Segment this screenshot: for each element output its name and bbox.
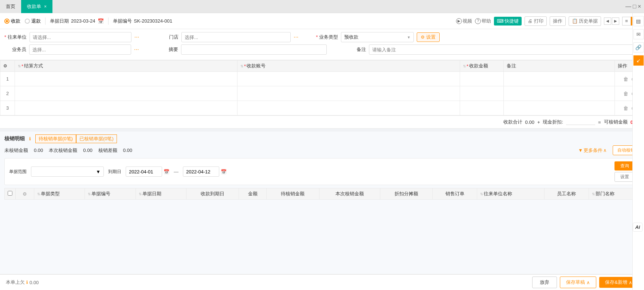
table-section: ⚙ ⇅ * 结算方式 ⇅ * 收款账号 xyxy=(0,60,644,115)
tab-home[interactable]: 首页 xyxy=(0,0,21,13)
select-all-checkbox[interactable] xyxy=(8,191,12,196)
filter-btn[interactable]: ▼ 更多条件 ∧ xyxy=(578,147,607,154)
section-divider xyxy=(0,129,644,132)
store-input[interactable] xyxy=(181,32,291,42)
query-range-label: 单据范围 xyxy=(9,169,27,175)
prev-arrow[interactable]: ◀ xyxy=(604,17,611,25)
equals-sign: = xyxy=(598,119,601,125)
tab-close-icon[interactable]: × xyxy=(44,4,47,9)
counterpart-more-icon[interactable]: ··· xyxy=(134,34,139,40)
th-amount: 金额 xyxy=(239,188,267,200)
help-icon: ? xyxy=(475,18,481,24)
cell-remark-3[interactable] xyxy=(503,101,614,115)
cell-account-2[interactable] xyxy=(237,86,460,101)
query-button[interactable]: 查询 xyxy=(614,161,635,171)
delete-row-1-button[interactable]: 🗑 xyxy=(623,75,629,83)
doc-date-label: 单据日期 xyxy=(50,18,69,24)
bottom-info-icon[interactable]: ℹ xyxy=(26,280,28,285)
th-account: ⇅ * 收款账号 xyxy=(237,60,460,72)
cell-settlement-3[interactable] xyxy=(15,101,237,115)
print-button[interactable]: 🖨 打印 xyxy=(525,16,546,26)
tab-shoukuan[interactable]: 收款单 × xyxy=(21,0,52,13)
sort-icon: ⇅ xyxy=(18,64,21,68)
cell-remark-1[interactable] xyxy=(503,72,614,86)
th-gear[interactable]: ⚙ xyxy=(16,188,34,200)
total-label: 收款合计 xyxy=(503,119,522,125)
th-remark: 备注 xyxy=(503,60,614,72)
gear-icon2: ⚙ xyxy=(23,191,27,197)
maximize-button[interactable]: □ xyxy=(633,3,636,10)
save-new-arrow-icon: ∧ xyxy=(629,280,632,285)
sidebar-link-icon[interactable]: 🔗 xyxy=(633,42,644,52)
delete-row-3-button[interactable]: 🗑 xyxy=(623,105,629,112)
radio-tuikuan[interactable]: 退款 xyxy=(25,18,41,24)
remark-input[interactable] xyxy=(369,44,640,55)
diff-value: 0.00 xyxy=(123,148,132,153)
verify-settings-button[interactable]: 设置 xyxy=(614,172,635,182)
help-link[interactable]: ? 帮助 xyxy=(475,18,491,24)
tab-pending[interactable]: 待核销单据(0笔) xyxy=(35,134,76,143)
cell-account-3[interactable] xyxy=(237,101,460,115)
verify-info-icon[interactable]: ℹ xyxy=(29,136,31,141)
bottom-value: 0.00 xyxy=(30,280,39,285)
cell-settlement-1[interactable] xyxy=(15,72,237,86)
date-from-cal-icon[interactable]: 📅 xyxy=(164,169,169,175)
list-view-btn[interactable]: ≡ xyxy=(622,17,631,26)
form-row-1: * 往来单位 ··· 门店 ··· * 业务类型 预收款 ▼ ⚙ 设置 xyxy=(4,32,640,42)
filter-icon: ▼ xyxy=(578,148,583,153)
radio-shoukuan-dot xyxy=(4,19,9,24)
staff-input[interactable] xyxy=(29,44,131,55)
date-from-input[interactable] xyxy=(126,166,162,177)
cell-settlement-2[interactable] xyxy=(15,86,237,101)
shortcut-button[interactable]: ⌨ 快捷键 xyxy=(494,17,522,26)
cell-amount-2[interactable] xyxy=(460,86,503,101)
abandon-button[interactable]: 放弃 xyxy=(532,277,557,288)
settings-button[interactable]: ⚙ 设置 xyxy=(417,32,440,42)
history-button[interactable]: 📋 历史单据 xyxy=(569,16,601,26)
save-draft-button[interactable]: 保存草稿 ∧ xyxy=(560,277,596,288)
cell-amount-1[interactable] xyxy=(460,72,503,86)
bottom-label: 本单上欠 xyxy=(6,279,25,286)
th-pending-amount: 待核销金额 xyxy=(267,188,319,200)
summary-row: 收款合计 0.00 + 现金折扣: = 可核销金额 0.00 xyxy=(0,115,644,129)
cell-amount-3[interactable] xyxy=(460,101,503,115)
doc-num-value: SK-20230324-001 xyxy=(134,18,173,24)
radio-shoukuan[interactable]: 收款 xyxy=(4,18,20,24)
ops-button[interactable]: 操作 xyxy=(550,16,566,26)
table-header: ⚙ ⇅ * 结算方式 ⇅ * 收款账号 xyxy=(0,60,644,72)
current-label: 本次核销金额 xyxy=(49,147,77,154)
sort-icon3: ⇅ xyxy=(463,64,466,68)
sidebar-table-icon[interactable]: ▤ xyxy=(633,16,644,26)
cell-remark-2[interactable] xyxy=(503,86,614,101)
th-counterpart: ⇅往来单位名称 xyxy=(477,188,545,200)
discount-input[interactable] xyxy=(566,119,595,125)
ai-badge[interactable]: Ai xyxy=(633,223,643,232)
date-to-input[interactable] xyxy=(183,166,219,177)
biz-type-select[interactable]: 预收款 ▼ xyxy=(341,32,414,42)
minimize-button[interactable]: — xyxy=(625,3,631,10)
date-to-cal-icon[interactable]: 📅 xyxy=(221,169,227,175)
cell-account-1[interactable] xyxy=(237,72,460,86)
tab-done[interactable]: 已核销单据(0笔) xyxy=(76,134,117,143)
sidebar-mail-icon[interactable]: ✉ xyxy=(633,29,644,39)
table-settings-col[interactable]: ⚙ xyxy=(0,60,15,72)
th-checkbox[interactable] xyxy=(5,188,16,200)
staff-more-icon[interactable]: ··· xyxy=(134,46,139,53)
th-due-date: 收款到期日 xyxy=(186,188,239,200)
calendar-icon[interactable]: 📅 xyxy=(98,18,104,24)
store-more-icon[interactable]: ··· xyxy=(294,34,298,40)
sidebar-edit-icon[interactable]: ↙ xyxy=(633,55,644,66)
delete-row-2-button[interactable]: 🗑 xyxy=(623,90,629,97)
query-range-select[interactable]: ▼ xyxy=(31,166,104,177)
th-dept-name: ⇅部门名称 xyxy=(589,188,639,200)
summary-input[interactable] xyxy=(181,44,327,55)
doc-info: 单据日期 2023-03-24 📅 xyxy=(50,18,104,24)
close-button[interactable]: × xyxy=(638,3,641,10)
counterpart-input[interactable] xyxy=(30,32,131,42)
counterpart-label: * 往来单位 xyxy=(4,34,27,40)
biz-type-value: 预收款 xyxy=(344,34,358,40)
next-arrow[interactable]: ▶ xyxy=(612,17,619,25)
current-value: 0.00 xyxy=(83,148,92,153)
print-icon: 🖨 xyxy=(528,18,533,24)
video-link[interactable]: ▶ 视频 xyxy=(456,18,472,24)
